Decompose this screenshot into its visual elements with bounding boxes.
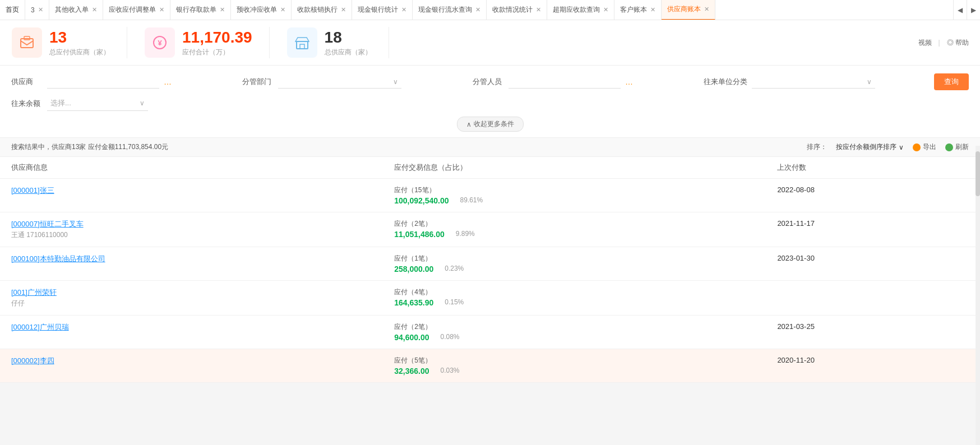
dept-select[interactable]: ∨: [278, 76, 401, 89]
nav-tab-3[interactable]: 3 ✕: [25, 0, 49, 20]
payable-pct-000002: 0.03%: [440, 367, 459, 374]
summary-total-ap-suppliers: 13 总应付供应商（家）: [11, 27, 127, 58]
total-suppliers-label: 总供应商（家）: [325, 48, 372, 57]
table-row: [001]广州荣轩 仔仔 应付（4笔） 164,635.90 0.15%: [0, 281, 980, 316]
scrollbar-track: [976, 146, 980, 383]
collapse-button[interactable]: ∧ 收起更多条件: [457, 117, 524, 132]
supplier-info-000007: [000007]恒旺二手叉车 王通 17106110000: [11, 219, 394, 240]
nav-next-arrow[interactable]: ▶: [967, 0, 980, 20]
results-summary-text: 搜索结果中，供应商13家 应付金额111,703,854.00元: [11, 142, 168, 152]
ap-suppliers-value: 13: [49, 28, 110, 47]
close-icon[interactable]: ✕: [341, 6, 346, 13]
nav-tab-home[interactable]: 首页: [0, 0, 25, 20]
supplier-info-000100: [000100]本特勤油品有限公司: [11, 254, 394, 264]
payable-label-000001: 应付（15笔）: [394, 186, 777, 195]
nav-tab-customer-account[interactable]: 客户账本 ✕: [614, 0, 662, 20]
table-row: [000007]恒旺二手叉车 王通 17106110000 应付（2笔） 11,…: [0, 212, 980, 247]
last-pay-date-000001: 2022-08-08: [777, 186, 969, 194]
supplier-input[interactable]: [47, 75, 159, 89]
refresh-button[interactable]: 刷新: [945, 142, 969, 152]
close-icon[interactable]: ✕: [401, 6, 406, 13]
nav-tab-cash-bank-flow[interactable]: 现金银行流水查询 ✕: [413, 0, 487, 20]
balance-placeholder: 选择...: [50, 98, 71, 108]
dept-label: 分管部门: [242, 77, 274, 87]
query-button[interactable]: 查询: [934, 73, 969, 90]
supplier-link-000002[interactable]: [000002]李四: [11, 356, 54, 365]
supplier-link-001[interactable]: [001]广州荣轩: [11, 288, 57, 296]
payable-amount-000007[interactable]: 11,051,486.00: [394, 230, 445, 239]
supplier-info-000002: [000002]李四: [11, 356, 394, 366]
payable-pct-001: 0.15%: [445, 298, 464, 306]
supplier-link-000007[interactable]: [000007]恒旺二手叉车: [11, 220, 84, 228]
payable-amount-000002[interactable]: 32,366.00: [394, 367, 429, 376]
nav-tab-bank-deposit[interactable]: 银行存取款单 ✕: [170, 0, 231, 20]
nav-tab-ap-adjust-label: 应收应付调整单: [109, 5, 156, 15]
filter-supplier: 供应商 …: [11, 75, 231, 89]
export-icon: [913, 143, 921, 151]
scrollbar-thumb[interactable]: [976, 151, 980, 196]
nav-arrows: ◀ ▶: [953, 0, 980, 20]
payable-amount-001[interactable]: 164,635.90: [394, 298, 433, 307]
amount-icon: ¥: [144, 27, 175, 58]
close-icon[interactable]: ✕: [603, 6, 608, 13]
export-button[interactable]: 导出: [913, 142, 936, 152]
results-bar: 搜索结果中，供应商13家 应付金额111,703,854.00元 排序： 按应付…: [0, 138, 980, 157]
help-separator: |: [939, 39, 940, 47]
person-dots-icon[interactable]: …: [625, 77, 633, 86]
help-video-link[interactable]: 视频: [918, 38, 932, 48]
supplier-info-000001: [000001]张三: [11, 186, 394, 196]
col-header-payable: 应付交易信息（占比）: [394, 163, 777, 173]
balance-select[interactable]: 选择... ∨: [47, 96, 148, 111]
category-chevron-down-icon: ∨: [867, 78, 872, 86]
supplier-link-000100[interactable]: [000100]本特勤油品有限公司: [11, 254, 105, 263]
category-select[interactable]: ∨: [752, 76, 875, 89]
filter-balance: 往来余额 选择... ∨: [11, 96, 179, 111]
payable-amount-000012[interactable]: 94,600.00: [394, 333, 429, 342]
nav-tab-overdue-ap[interactable]: 超期应收款查询 ✕: [547, 0, 614, 20]
person-label: 分管人员: [473, 77, 504, 87]
person-input[interactable]: [509, 75, 621, 89]
supplier-link-000012[interactable]: [000012]广州贝瑞: [11, 323, 69, 331]
payable-label-000007: 应付（2笔）: [394, 219, 777, 229]
nav-tab-collection-exec[interactable]: 收款核销执行 ✕: [292, 0, 352, 20]
summary-ap-amount-info: 11,170.39 应付合计（万）: [182, 28, 252, 58]
close-icon[interactable]: ✕: [475, 6, 480, 13]
supplier-dots-icon[interactable]: …: [164, 77, 172, 86]
close-icon[interactable]: ✕: [536, 6, 541, 13]
nav-tab-supplier-account[interactable]: 供应商账本 ✕: [662, 0, 715, 20]
nav-tab-other-income[interactable]: 其他收入单 ✕: [49, 0, 103, 20]
summary-total-ap-amount: ¥ 11,170.39 应付合计（万）: [144, 27, 270, 58]
close-icon[interactable]: ✕: [220, 6, 225, 13]
nav-tab-collection-stat[interactable]: 收款情况统计 ✕: [487, 0, 547, 20]
data-table: 供应商信息 应付交易信息（占比） 上次付数 [000001]张三 应付（15笔）…: [0, 157, 980, 383]
nav-tab-home-label: 首页: [6, 5, 19, 15]
total-suppliers-value: 18: [325, 28, 372, 47]
payable-amount-000100[interactable]: 258,000.00: [394, 265, 433, 274]
nav-tab-cash-bank-stat[interactable]: 现金银行统计 ✕: [352, 0, 413, 20]
close-icon[interactable]: ✕: [159, 6, 164, 13]
supplier-link-000001[interactable]: [000001]张三: [11, 186, 54, 194]
sort-select[interactable]: 按应付余额倒序排序 ∨: [836, 142, 904, 152]
nav-tab-advance-offset-label: 预收冲应收单: [237, 5, 277, 15]
category-label: 往来单位分类: [704, 77, 747, 87]
close-icon[interactable]: ✕: [92, 6, 97, 13]
nav-prev-arrow[interactable]: ◀: [953, 0, 967, 20]
ap-suppliers-label: 总应付供应商（家）: [49, 48, 110, 57]
close-icon[interactable]: ✕: [650, 6, 655, 13]
last-pay-date-000100: 2023-01-30: [777, 254, 969, 262]
nav-tab-customer-account-label: 客户账本: [620, 5, 647, 15]
help-question-link[interactable]: ◎ 帮助: [947, 38, 969, 48]
table-row: [000002]李四 应付（5笔） 32,366.00 0.03% 2020-1…: [0, 349, 980, 383]
table-row: [000100]本特勤油品有限公司 应付（1笔） 258,000.00 0.23…: [0, 247, 980, 281]
collapse-bar: ∧ 收起更多条件: [11, 117, 969, 132]
payable-amount-000001[interactable]: 100,092,540.00: [394, 196, 449, 205]
close-icon[interactable]: ✕: [280, 6, 285, 13]
nav-tab-3-close[interactable]: ✕: [38, 6, 43, 13]
collapse-label: 收起更多条件: [474, 119, 514, 129]
nav-tab-ap-adjust[interactable]: 应收应付调整单 ✕: [103, 0, 170, 20]
close-icon[interactable]: ✕: [704, 6, 709, 13]
nav-tab-advance-offset[interactable]: 预收冲应收单 ✕: [231, 0, 292, 20]
ap-amount-icon: ¥: [145, 27, 175, 58]
summary-total-suppliers: 18 总供应商（家）: [286, 27, 389, 58]
ap-amount-value: 11,170.39: [182, 28, 252, 47]
